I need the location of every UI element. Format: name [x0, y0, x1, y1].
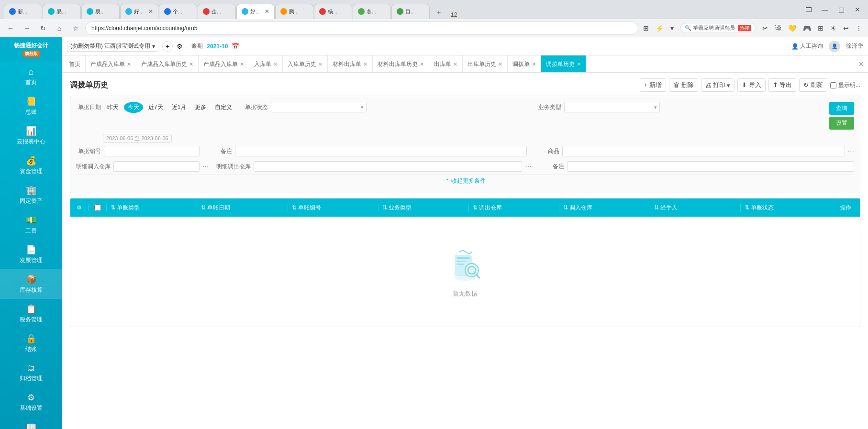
- new-tab-button[interactable]: ＋: [432, 6, 445, 19]
- th-biztype[interactable]: ⇅ 业务类型: [378, 204, 469, 212]
- refresh-browser-button[interactable]: ↻: [36, 22, 50, 35]
- th-check[interactable]: [89, 204, 107, 211]
- th-gear[interactable]: ⚙: [70, 204, 89, 211]
- refresh-button[interactable]: ↻ 刷新: [799, 78, 827, 92]
- print-button[interactable]: 🖨 打印 ▾: [701, 78, 734, 92]
- wallet-icon[interactable]: 💛: [786, 23, 798, 33]
- undo-icon[interactable]: ↩: [841, 23, 851, 33]
- nav-tab-5[interactable]: 入库单历史 ✕: [283, 55, 328, 73]
- nav-tab-close-10[interactable]: ✕: [532, 55, 536, 73]
- sidebar-item-settings[interactable]: ⚙ 基础设置: [0, 387, 62, 417]
- browser-tab-11[interactable]: 目...: [391, 4, 430, 19]
- nav-tab-close-1[interactable]: ✕: [127, 55, 131, 73]
- minimize-button[interactable]: —: [818, 3, 832, 16]
- nav-tab-11[interactable]: 调拨单历史 ✕: [541, 55, 586, 73]
- date-1month-btn[interactable]: 近1月: [168, 102, 190, 113]
- status-select[interactable]: [271, 102, 367, 112]
- add-company-button[interactable]: +: [162, 41, 173, 52]
- tab-close-4[interactable]: ✕: [148, 8, 153, 15]
- new-button[interactable]: + 新增: [640, 78, 667, 92]
- address-input[interactable]: [85, 22, 638, 35]
- forward-button[interactable]: →: [20, 22, 33, 35]
- th-status[interactable]: ⇅ 单账状态: [741, 204, 831, 212]
- browser-tab-9[interactable]: 畅...: [314, 4, 352, 19]
- tab-close-7[interactable]: ✕: [265, 8, 269, 15]
- sidebar-item-home[interactable]: ⌂ 首页: [0, 62, 62, 91]
- nav-tab-close-4[interactable]: ✕: [273, 55, 278, 73]
- select-all-checkbox[interactable]: [94, 204, 101, 211]
- browser-tab-4[interactable]: 好... ✕: [120, 4, 158, 19]
- remark2-input[interactable]: [567, 161, 854, 172]
- th-out-warehouse[interactable]: ⇅ 调出仓库: [469, 204, 559, 212]
- goods-input[interactable]: [562, 146, 845, 156]
- theme-icon[interactable]: ☀: [828, 23, 838, 33]
- th-handler[interactable]: ⇅ 经手人: [650, 204, 741, 212]
- sidebar-item-reports[interactable]: 📊 云报表中心: [0, 121, 62, 151]
- collapse-button[interactable]: ⌃ 收起更多条件: [445, 177, 486, 185]
- detail-out-more-btn[interactable]: ···: [525, 162, 531, 171]
- home-browser-button[interactable]: ⌂: [53, 22, 66, 35]
- nav-tab-6[interactable]: 材料出库单 ✕: [328, 55, 373, 73]
- browser-tab-3[interactable]: 易...: [81, 4, 120, 19]
- nav-tab-close-3[interactable]: ✕: [240, 55, 244, 73]
- all-tabs-close[interactable]: ✕: [855, 60, 868, 68]
- nav-tab-close-7[interactable]: ✕: [420, 55, 424, 73]
- sidebar-logo[interactable]: 畅捷通好会计 旗舰版: [0, 37, 62, 62]
- sidebar-item-assets[interactable]: 🏢 固定资产: [0, 180, 62, 210]
- menu-icon[interactable]: ⋮: [854, 23, 864, 33]
- browser-tab-8[interactable]: 腾...: [275, 4, 313, 19]
- show-toggle-checkbox[interactable]: [830, 82, 836, 88]
- biztype-select[interactable]: [564, 102, 660, 112]
- export-button[interactable]: ⬆ 导出: [768, 78, 797, 92]
- goods-more-btn[interactable]: ···: [848, 147, 854, 155]
- nav-tab-close-2[interactable]: ✕: [189, 55, 193, 73]
- company-selector[interactable]: (勿删勿禁用) 江西服宝测试专用 ▾: [67, 41, 158, 52]
- nav-tab-8[interactable]: 出库单 ✕: [429, 55, 463, 73]
- nav-tab-2[interactable]: 产成品入库单历史 ✕: [136, 55, 199, 73]
- date-custom-btn[interactable]: 自定义: [211, 102, 235, 113]
- nav-tab-close-9[interactable]: ✕: [498, 55, 502, 73]
- browser-tab-6[interactable]: 企...: [198, 4, 236, 19]
- th-date[interactable]: ⇅ 单账日期: [197, 204, 288, 212]
- sidebar-item-payroll[interactable]: 💵 工资: [0, 210, 62, 240]
- nav-tab-close-6[interactable]: ✕: [363, 55, 367, 73]
- nav-tab-4[interactable]: 入库单 ✕: [249, 55, 283, 73]
- browser-tab-10[interactable]: 各...: [353, 4, 391, 19]
- detail-in-input[interactable]: [113, 161, 200, 172]
- nav-tab-home[interactable]: 首页: [64, 55, 86, 73]
- sidebar-item-invoice[interactable]: 📄 发票管理: [0, 240, 62, 269]
- date-more-btn[interactable]: 更多: [191, 102, 210, 113]
- browser-tab-7[interactable]: 好... ✕: [236, 4, 275, 19]
- nav-tab-close-8[interactable]: ✕: [453, 55, 457, 73]
- sidebar-item-guide[interactable]: 📖 新手引导: [0, 417, 62, 429]
- th-in-warehouse[interactable]: ⇅ 调入仓库: [559, 204, 650, 212]
- sidebar-item-capital[interactable]: 💰 资金管理: [0, 151, 62, 180]
- search-bar[interactable]: 🔍 学霸应聘场驱鸟员 热搜: [680, 23, 756, 33]
- translate-icon[interactable]: 译: [773, 23, 783, 33]
- detail-out-input[interactable]: [254, 161, 522, 172]
- nav-tab-close-5[interactable]: ✕: [318, 55, 323, 73]
- nav-tab-7[interactable]: 材料出库单历史 ✕: [373, 55, 429, 73]
- nav-tab-1[interactable]: 产成品入库单 ✕: [86, 55, 136, 73]
- detail-in-more-btn[interactable]: ···: [202, 162, 209, 171]
- lightning-icon[interactable]: ⚡: [654, 23, 666, 33]
- calendar-icon[interactable]: 📅: [232, 43, 239, 50]
- browser-tab-1[interactable]: 新...: [4, 4, 42, 19]
- close-window-button[interactable]: ✕: [851, 3, 864, 16]
- maximize-button[interactable]: ▢: [835, 3, 848, 16]
- remark-input[interactable]: [235, 146, 527, 156]
- extensions-icon[interactable]: ⊞: [641, 23, 651, 33]
- print-dropdown-icon[interactable]: ▾: [727, 82, 730, 89]
- game-icon[interactable]: 🎮: [801, 23, 813, 33]
- date-yesterday-btn[interactable]: 昨天: [104, 102, 122, 113]
- th-type[interactable]: ⇅ 单账类型: [107, 204, 197, 212]
- restore-button[interactable]: 🗖: [802, 3, 815, 16]
- date-7days-btn[interactable]: 近7天: [145, 102, 167, 113]
- import-button[interactable]: ⬇ 导入: [737, 78, 766, 92]
- company-settings-button[interactable]: ⚙: [177, 43, 183, 50]
- delete-button[interactable]: 🗑 删除: [669, 78, 698, 92]
- nav-tab-10[interactable]: 调拨单 ✕: [508, 55, 541, 73]
- sidebar-item-tax[interactable]: 📋 税务管理: [0, 299, 62, 329]
- sidebar-item-ledger[interactable]: 📒 总账: [0, 91, 62, 121]
- nav-tab-3[interactable]: 产成品入库单 ✕: [199, 55, 249, 73]
